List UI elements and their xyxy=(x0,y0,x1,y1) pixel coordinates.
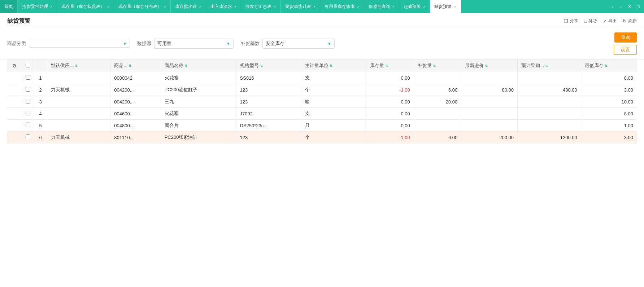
row-checkbox-4[interactable] xyxy=(26,123,30,127)
row-checkbox-cell[interactable] xyxy=(22,72,34,84)
col-supplier-label: 默认供应... xyxy=(51,62,74,69)
replenish-button[interactable]: □ 补货 xyxy=(584,18,597,24)
col-spec-header[interactable]: 规格型号 ⇅ xyxy=(236,59,301,72)
replenish-base-select[interactable]: 安全库存 ▼ xyxy=(262,39,335,49)
row-checkbox-5[interactable] xyxy=(26,134,30,139)
share-button[interactable]: ❐ 分享 xyxy=(564,18,578,24)
col-estimated-label: 预计采购... xyxy=(521,62,544,69)
tab-requisition-label: 要货单统计表 xyxy=(285,4,311,10)
tab-batch-close[interactable]: × xyxy=(199,4,201,9)
row-product-name-cell: 离合片 xyxy=(161,120,236,132)
col-stock-label: 库存量 xyxy=(370,62,384,69)
replenish-base-select-value: 安全库存 xyxy=(266,40,284,47)
row-index-cell: 1 xyxy=(34,72,47,84)
row-checkbox-3[interactable] xyxy=(26,111,30,115)
query-button[interactable]: 查询 xyxy=(614,32,637,43)
datasource-filter-group: 数据源 可用量 ▼ xyxy=(137,39,234,49)
tab-scroll-right-btn[interactable]: › xyxy=(617,2,625,11)
tab-home[interactable]: 首页 xyxy=(0,0,18,13)
row-unit-cell: 个 xyxy=(301,132,366,144)
col-checkbox-header[interactable] xyxy=(22,59,34,72)
col-product-code-header[interactable]: 商品... ⇅ xyxy=(110,59,161,72)
row-checkbox-cell[interactable] xyxy=(22,84,34,96)
row-checkbox-cell[interactable] xyxy=(22,132,34,144)
col-stock-sort-icon: ⇅ xyxy=(385,64,388,68)
col-settings-header[interactable]: ⚙ xyxy=(7,59,22,72)
col-estimated-header[interactable]: 预计采购... ⇅ xyxy=(517,59,581,72)
table-row: 3 004200... 三九 123 箱 0.00 20.00 10.00 xyxy=(7,96,637,108)
tab-shortage[interactable]: 缺货预警 × xyxy=(430,0,461,13)
tab-expiry[interactable]: 保质期查询 × xyxy=(364,0,399,13)
row-product-code-cell: 004200... xyxy=(110,96,161,108)
tab-batch[interactable]: 库存批次账 × xyxy=(171,0,206,13)
datasource-select-value: 可用量 xyxy=(157,40,171,47)
col-stock-header[interactable]: 库存量 ⇅ xyxy=(366,59,414,72)
category-filter-group: 商品分类 ▼ xyxy=(7,40,130,48)
col-product-name-sort-icon: ⇅ xyxy=(184,64,187,68)
col-product-name-label: 商品名称 xyxy=(165,62,183,69)
row-stock-cell: 0.00 xyxy=(366,96,414,108)
tab-picking[interactable]: 拣货异常处理 × xyxy=(18,0,57,13)
tab-shortage-close[interactable]: × xyxy=(454,4,456,9)
tab-overstock-close[interactable]: × xyxy=(423,4,425,9)
row-replenish-cell: 6.00 xyxy=(414,84,461,96)
export-button[interactable]: ↗ 导出 xyxy=(603,18,617,24)
col-product-name-header[interactable]: 商品名称 ⇅ xyxy=(161,59,236,72)
export-icon: ↗ xyxy=(603,18,607,24)
row-product-name-cell: 三九 xyxy=(161,96,236,108)
row-checkbox-cell[interactable] xyxy=(22,108,34,120)
row-supplier-cell xyxy=(47,108,110,120)
tab-inventory-status-label: 现存量（库存状况表） xyxy=(61,4,105,10)
col-min-stock-header[interactable]: 最低库存 ⇅ xyxy=(581,59,637,72)
row-min-stock-cell: 3.00 xyxy=(581,132,637,144)
row-supplier-cell xyxy=(47,120,110,132)
col-latest-price-header[interactable]: 最新进价 ⇅ xyxy=(461,59,518,72)
tab-summary-close[interactable]: × xyxy=(274,4,276,9)
col-unit-header[interactable]: 主计量单位 ⇅ xyxy=(301,59,366,72)
row-settings-cell xyxy=(7,120,22,132)
col-replenish-header[interactable]: 补货量 ⇅ xyxy=(414,59,461,72)
tab-picking-close[interactable]: × xyxy=(50,4,52,9)
tab-maximize-btn[interactable]: □ xyxy=(634,2,643,11)
tab-requisition[interactable]: 要货单统计表 × xyxy=(281,0,320,13)
share-label: 分享 xyxy=(570,18,578,24)
row-checkbox-2[interactable] xyxy=(26,99,30,103)
tab-inventory-dist[interactable]: 现存量（库存分布表） × xyxy=(114,0,171,13)
tab-inventory-dist-close[interactable]: × xyxy=(164,4,166,9)
datasource-select[interactable]: 可用量 ▼ xyxy=(154,39,234,49)
tab-inout-close[interactable]: × xyxy=(234,4,236,9)
row-checkbox-1[interactable] xyxy=(26,87,30,92)
data-table: ⚙ 默认供应... ⇅ 商品.. xyxy=(7,59,637,144)
col-supplier-header[interactable]: 默认供应... ⇅ xyxy=(47,59,110,72)
select-all-checkbox[interactable] xyxy=(26,63,30,67)
row-supplier-cell: 力天机械 xyxy=(47,132,110,144)
row-spec-cell: SS816 xyxy=(236,72,301,84)
row-checkbox-0[interactable] xyxy=(26,75,30,80)
row-settings-cell xyxy=(7,108,22,120)
replenish-icon: □ xyxy=(584,18,587,24)
row-settings-cell xyxy=(7,96,22,108)
tab-available[interactable]: 可用量库存账本 × xyxy=(320,0,364,13)
row-checkbox-cell[interactable] xyxy=(22,120,34,132)
tab-available-close[interactable]: × xyxy=(357,4,359,9)
col-unit-sort-icon: ⇅ xyxy=(330,64,332,68)
tab-summary[interactable]: 收发存汇总表 × xyxy=(241,0,280,13)
row-index-cell: 2 xyxy=(34,84,47,96)
datasource-label: 数据源 xyxy=(137,40,151,47)
settings-button[interactable]: 设置 xyxy=(614,45,637,55)
row-unit-cell: 箱 xyxy=(301,96,366,108)
tab-close-current-btn[interactable]: ✕ xyxy=(625,2,634,11)
category-select[interactable]: ▼ xyxy=(29,40,130,48)
tab-requisition-close[interactable]: × xyxy=(313,4,316,9)
tab-inventory-status-close[interactable]: × xyxy=(107,4,109,9)
tab-inout[interactable]: 出入库流水 × xyxy=(206,0,241,13)
row-latest-price-cell xyxy=(461,120,518,132)
row-replenish-cell xyxy=(414,72,461,84)
refresh-button[interactable]: ↻ 刷新 xyxy=(623,18,637,24)
tab-scroll-left-btn[interactable]: ‹ xyxy=(608,2,617,11)
tab-inventory-status[interactable]: 现存量（库存状况表） × xyxy=(57,0,114,13)
row-replenish-cell xyxy=(414,120,461,132)
tab-overstock[interactable]: 超储预警 × xyxy=(399,0,430,13)
row-checkbox-cell[interactable] xyxy=(22,96,34,108)
tab-expiry-close[interactable]: × xyxy=(392,4,395,9)
